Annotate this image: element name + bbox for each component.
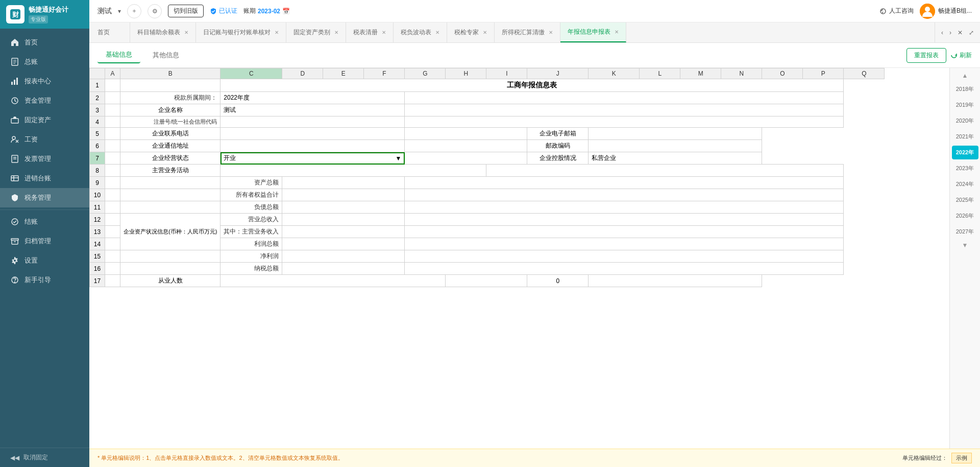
cell-7g[interactable] bbox=[405, 152, 527, 165]
year-item-2026[interactable]: 2026年 bbox=[952, 209, 978, 223]
year-item-2027[interactable]: 2027年 bbox=[952, 225, 978, 239]
cell-6c[interactable] bbox=[220, 140, 405, 152]
cell-9a[interactable] bbox=[105, 177, 120, 189]
cell-8a[interactable] bbox=[105, 165, 120, 177]
tabbar-close-all-btn[interactable]: ✕ bbox=[955, 28, 965, 37]
sidebar-item-settings[interactable]: 设置 bbox=[0, 251, 89, 270]
sidebar-item-settle[interactable]: 结账 bbox=[0, 212, 89, 231]
year-up-btn[interactable]: ▲ bbox=[960, 70, 970, 81]
cell-5k[interactable] bbox=[589, 128, 762, 140]
cell-7c-selected[interactable]: 开业 ▼ bbox=[220, 152, 405, 165]
tab-taxwave[interactable]: 税负波动表 ✕ bbox=[394, 22, 447, 42]
tab-taxcheck-close[interactable]: ✕ bbox=[483, 30, 487, 35]
cell-15d[interactable] bbox=[282, 250, 405, 263]
year-item-2024[interactable]: 2024年 bbox=[952, 177, 978, 191]
cell-11a[interactable] bbox=[105, 201, 120, 214]
cell-5a[interactable] bbox=[105, 128, 120, 140]
cell-2c[interactable]: 2022年度 bbox=[220, 92, 405, 104]
year-down-btn[interactable]: ▼ bbox=[960, 240, 970, 251]
cell-11rest[interactable] bbox=[405, 201, 844, 214]
topbar-settings-btn[interactable]: ⚙ bbox=[148, 4, 162, 18]
sidebar-item-invoice[interactable]: 发票管理 bbox=[0, 149, 89, 169]
cell-6k[interactable] bbox=[589, 140, 762, 152]
cell-1b[interactable] bbox=[120, 79, 220, 92]
sidebar-item-assets[interactable]: 固定资产 bbox=[0, 110, 89, 130]
cell-10b[interactable] bbox=[120, 189, 220, 201]
cell-12d[interactable] bbox=[282, 214, 405, 226]
cell-6g[interactable] bbox=[405, 140, 527, 152]
cell-16rest[interactable] bbox=[405, 263, 844, 275]
cell-11d[interactable] bbox=[282, 201, 405, 214]
cell-3c[interactable]: 测试 bbox=[220, 104, 405, 116]
tabbar-prev-btn[interactable]: ‹ bbox=[939, 28, 945, 37]
cell-7k[interactable]: 私营企业 bbox=[589, 152, 762, 165]
year-item-2020[interactable]: 2020年 bbox=[952, 114, 978, 128]
cell-4c[interactable] bbox=[220, 116, 405, 128]
cell-14a[interactable] bbox=[105, 238, 120, 250]
reset-btn[interactable]: 重置报表 bbox=[906, 48, 946, 63]
cell-1-title[interactable]: 工商年报信息表 bbox=[220, 79, 844, 92]
cell-11b[interactable] bbox=[120, 201, 220, 214]
cell-16d[interactable] bbox=[282, 263, 405, 275]
year-item-2022[interactable]: 2022年 bbox=[952, 146, 978, 159]
tab-home[interactable]: 首页 bbox=[89, 22, 130, 42]
topbar-add-btn[interactable]: ＋ bbox=[127, 4, 141, 18]
sidebar-item-reports[interactable]: 报表中心 bbox=[0, 72, 89, 91]
cell-5g[interactable] bbox=[405, 128, 527, 140]
tab-income[interactable]: 所得税汇算清缴 ✕ bbox=[495, 22, 560, 42]
tab-taxcheck[interactable]: 税检专家 ✕ bbox=[447, 22, 495, 42]
tab-aux-close[interactable]: ✕ bbox=[184, 30, 188, 35]
year-item-2025[interactable]: 2025年 bbox=[952, 193, 978, 207]
cell-17h[interactable] bbox=[446, 275, 527, 287]
cell-13a[interactable] bbox=[105, 226, 120, 238]
cell-7a[interactable] bbox=[105, 152, 120, 165]
cell-2a[interactable] bbox=[105, 92, 120, 104]
cell-9d[interactable] bbox=[282, 177, 405, 189]
tab-taxlist[interactable]: 税表清册 ✕ bbox=[346, 22, 394, 42]
tab-fixed[interactable]: 固定资产类别 ✕ bbox=[286, 22, 346, 42]
year-item-2018[interactable]: 2018年 bbox=[952, 82, 978, 96]
tab-income-close[interactable]: ✕ bbox=[549, 30, 553, 35]
cell-9b[interactable] bbox=[120, 177, 220, 189]
year-item-2023[interactable]: 2023年 bbox=[952, 161, 978, 175]
cell-17j[interactable]: 0 bbox=[527, 275, 589, 287]
cell-1a[interactable] bbox=[105, 79, 120, 92]
grid-wrapper[interactable]: A B C D E F G H I J K L bbox=[89, 68, 949, 449]
cell-6a[interactable] bbox=[105, 140, 120, 152]
cell-4a[interactable] bbox=[105, 116, 120, 128]
sidebar-item-payroll[interactable]: 工资 bbox=[0, 130, 89, 149]
topbar-dropdown-btn[interactable]: ▾ bbox=[118, 8, 121, 15]
tab-annual[interactable]: 年报信息申报表 ✕ bbox=[560, 22, 626, 42]
topbar-service-btn[interactable]: 人工咨询 bbox=[879, 7, 914, 15]
cell-3rest[interactable] bbox=[405, 104, 844, 116]
sidebar-item-home[interactable]: 首页 bbox=[0, 33, 89, 52]
cell-16b[interactable] bbox=[120, 263, 220, 275]
cell-8rest[interactable] bbox=[486, 165, 844, 177]
tab-taxlist-close[interactable]: ✕ bbox=[382, 30, 386, 35]
subtab-basic[interactable]: 基础信息 bbox=[97, 47, 140, 63]
tab-aux[interactable]: 科目辅助余额表 ✕ bbox=[130, 22, 196, 42]
topbar-user[interactable]: 畅捷通B组... bbox=[920, 4, 972, 19]
sidebar-item-stock[interactable]: 进销台账 bbox=[0, 169, 89, 188]
sidebar-unpin-btn[interactable]: ◀◀ 取消固定 bbox=[0, 448, 89, 467]
cell-14rest[interactable] bbox=[405, 238, 844, 250]
cell-17k[interactable] bbox=[589, 275, 762, 287]
sidebar-item-guide[interactable]: 新手引导 bbox=[0, 270, 89, 290]
cell-9rest[interactable] bbox=[405, 177, 844, 189]
tab-taxwave-close[interactable]: ✕ bbox=[435, 30, 439, 35]
tab-annual-close[interactable]: ✕ bbox=[615, 29, 619, 35]
cell-15rest[interactable] bbox=[405, 250, 844, 263]
year-item-2019[interactable]: 2019年 bbox=[952, 98, 978, 112]
cell-16a[interactable] bbox=[105, 263, 120, 275]
sidebar-item-archive[interactable]: 归档管理 bbox=[0, 231, 89, 251]
cell-15a[interactable] bbox=[105, 250, 120, 263]
tab-fixed-close[interactable]: ✕ bbox=[334, 30, 338, 35]
cell-13d[interactable] bbox=[282, 226, 405, 238]
tab-journal-close[interactable]: ✕ bbox=[275, 30, 279, 35]
cell-15b[interactable] bbox=[120, 250, 220, 263]
year-item-2021[interactable]: 2021年 bbox=[952, 130, 978, 144]
sidebar-item-ledger[interactable]: 总账 bbox=[0, 52, 89, 72]
cell-12a[interactable] bbox=[105, 214, 120, 226]
cell-17a[interactable] bbox=[105, 275, 120, 287]
cell-4rest[interactable] bbox=[405, 116, 844, 128]
